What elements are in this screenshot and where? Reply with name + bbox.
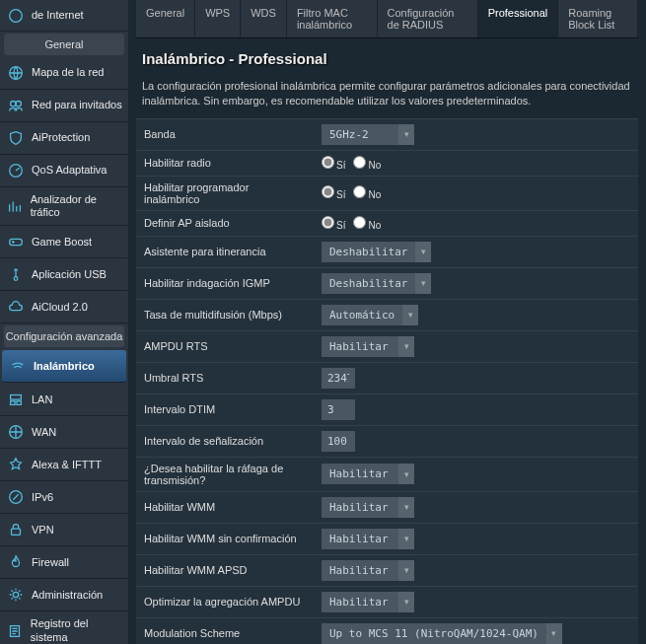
sidebar-item-internet[interactable]: de Internet <box>0 0 128 32</box>
chevron-down-icon: ▾ <box>398 497 414 518</box>
select-0[interactable]: 5GHz-2▾ <box>322 124 414 145</box>
setting-row: Umbral RTS <box>136 362 638 394</box>
setting-control-cell: Up to MCS 11 (NitroQAM/1024-QAM)▾ <box>314 617 638 644</box>
tab-professional[interactable]: Professional <box>478 0 559 37</box>
sidebar-item-aiprotection[interactable]: AiProtection <box>0 122 128 155</box>
sidebar-item-aicloud-2-0[interactable]: AiCloud 2.0 <box>0 291 128 323</box>
setting-control-cell: Deshabilitar▾ <box>314 236 638 267</box>
text-input-10[interactable] <box>322 431 355 452</box>
setting-row: Tasa de multidifusión (Mbps)Automático▾ <box>136 299 638 330</box>
svg-point-2 <box>11 102 16 107</box>
sidebar-item-red-para-invitados[interactable]: Red para invitados <box>0 90 128 122</box>
usb-icon <box>6 264 26 284</box>
sidebar-item-label: Alexa & IFTTT <box>32 459 102 471</box>
sidebar-item-label: Registro del sistema <box>31 617 122 643</box>
sidebar-item-mapa-de-la-red[interactable]: Mapa de la red <box>0 57 128 90</box>
sidebar-item-label: VPN <box>32 524 54 537</box>
sidebar-item-game-boost[interactable]: Game Boost <box>0 226 128 258</box>
chevron-down-icon: ▾ <box>398 592 414 612</box>
sidebar-item-label: AiProtection <box>32 131 90 144</box>
svg-point-3 <box>16 102 21 107</box>
radio-yes[interactable]: Sí <box>322 185 345 200</box>
setting-control-cell: Habilitar▾ <box>314 457 638 491</box>
svg-rect-12 <box>12 529 21 535</box>
select-value: Deshabilitar <box>322 242 415 262</box>
text-input-9[interactable] <box>322 399 355 420</box>
select-4[interactable]: Deshabilitar▾ <box>322 242 431 262</box>
sidebar-item-inal-mbrico[interactable]: Inalámbrico <box>2 350 126 383</box>
tab-general[interactable]: General <box>136 0 195 37</box>
setting-row: Asistente para itineranciaDeshabilitar▾ <box>136 236 638 267</box>
setting-control-cell: SíNo <box>314 150 638 176</box>
chevron-down-icon: ▾ <box>402 305 418 325</box>
select-value: Habilitar <box>322 464 398 484</box>
setting-label: Habilitar programador inalámbrico <box>136 176 314 210</box>
tab-wds[interactable]: WDS <box>241 0 287 37</box>
sidebar-item-qos-adaptativa[interactable]: QoS Adaptativa <box>0 155 128 187</box>
sidebar-item-aplicaci-n-usb[interactable]: Aplicación USB <box>0 258 128 291</box>
select-6[interactable]: Automático▾ <box>322 305 418 325</box>
lan-icon <box>6 390 26 409</box>
setting-row: Intervalo de señalización <box>136 425 638 457</box>
tab-wps[interactable]: WPS <box>195 0 241 37</box>
sidebar-item-label: IPv6 <box>32 491 53 504</box>
radio-yes[interactable]: Sí <box>322 216 345 231</box>
setting-label: Habilitar WMM sin confirmación <box>136 523 314 554</box>
sidebar-item-administraci-n[interactable]: Administración <box>0 579 128 611</box>
radio-no[interactable]: No <box>353 185 381 200</box>
setting-row: Habilitar WMM APSDHabilitar▾ <box>136 554 638 586</box>
sidebar-item-analizador-de-tr-fico[interactable]: Analizador de tráfico <box>0 187 128 226</box>
select-13[interactable]: Habilitar▾ <box>322 529 414 549</box>
radio-no[interactable]: No <box>353 156 381 171</box>
gamepad-icon <box>6 232 26 251</box>
tab-configuraci-n-de-radius[interactable]: Configuración de RADIUS <box>378 0 478 37</box>
setting-label: Tasa de multidifusión (Mbps) <box>136 299 314 330</box>
select-15[interactable]: Habilitar▾ <box>322 592 414 612</box>
setting-label: Intervalo DTIM <box>136 394 314 425</box>
setting-label: Banda <box>136 118 314 150</box>
select-value: Habilitar <box>322 592 398 612</box>
select-12[interactable]: Habilitar▾ <box>322 497 414 518</box>
setting-row: Habilitar indagación IGMPDeshabilitar▾ <box>136 267 638 299</box>
radio-yes[interactable]: Sí <box>322 156 345 171</box>
radio-no[interactable]: No <box>353 216 381 231</box>
tab-roaming-block-list[interactable]: Roaming Block List <box>558 0 638 37</box>
sidebar-item-lan[interactable]: LAN <box>0 384 128 416</box>
star-icon <box>6 455 26 474</box>
setting-label: Habilitar indagación IGMP <box>136 267 314 299</box>
chevron-down-icon: ▾ <box>398 529 414 549</box>
sidebar-header-general: General <box>4 34 124 55</box>
setting-label: Intervalo de señalización <box>136 425 314 457</box>
setting-control-cell: Automático▾ <box>314 299 638 330</box>
svg-rect-5 <box>10 240 23 246</box>
setting-row: Habilitar WMMHabilitar▾ <box>136 491 638 523</box>
radio-group-1: SíNo <box>322 156 630 171</box>
radio-group-3: SíNo <box>322 216 630 231</box>
select-16[interactable]: Up to MCS 11 (NitroQAM/1024-QAM)▾ <box>322 623 562 644</box>
setting-label: Asistente para itinerancia <box>136 236 314 267</box>
setting-control-cell: Deshabilitar▾ <box>314 267 638 299</box>
setting-label: Habilitar WMM APSD <box>136 554 314 586</box>
select-11[interactable]: Habilitar▾ <box>322 464 414 484</box>
chevron-down-icon: ▾ <box>398 124 414 145</box>
setting-control-cell: Habilitar▾ <box>314 523 638 554</box>
sidebar-item-registro-del-sistema[interactable]: Registro del sistema <box>0 611 128 644</box>
sidebar-item-label: Aplicación USB <box>32 268 107 281</box>
settings-table: Banda5GHz-2▾Habilitar radioSíNoHabilitar… <box>136 118 638 644</box>
chevron-down-icon: ▾ <box>398 560 414 581</box>
select-14[interactable]: Habilitar▾ <box>322 560 414 581</box>
setting-control-cell: SíNo <box>314 176 638 210</box>
select-7[interactable]: Habilitar▾ <box>322 336 414 357</box>
select-5[interactable]: Deshabilitar▾ <box>322 273 431 294</box>
tab-filtro-mac-inal-mbrico[interactable]: Filtro MAC inalámbrico <box>287 0 378 37</box>
setting-label: Umbral RTS <box>136 362 314 394</box>
setting-row: Modulation SchemeUp to MCS 11 (NitroQAM/… <box>136 617 638 644</box>
text-input-8[interactable] <box>322 368 355 389</box>
sidebar-item-alexa-ifttt[interactable]: Alexa & IFTTT <box>0 449 128 481</box>
sidebar-item-ipv6[interactable]: IPv6 <box>0 481 128 514</box>
wan-icon <box>6 422 26 442</box>
sidebar-item-firewall[interactable]: Firewall <box>0 546 128 579</box>
sidebar-item-wan[interactable]: WAN <box>0 416 128 449</box>
setting-label: Definir AP aislado <box>136 210 314 236</box>
sidebar-item-vpn[interactable]: VPN <box>0 514 128 546</box>
